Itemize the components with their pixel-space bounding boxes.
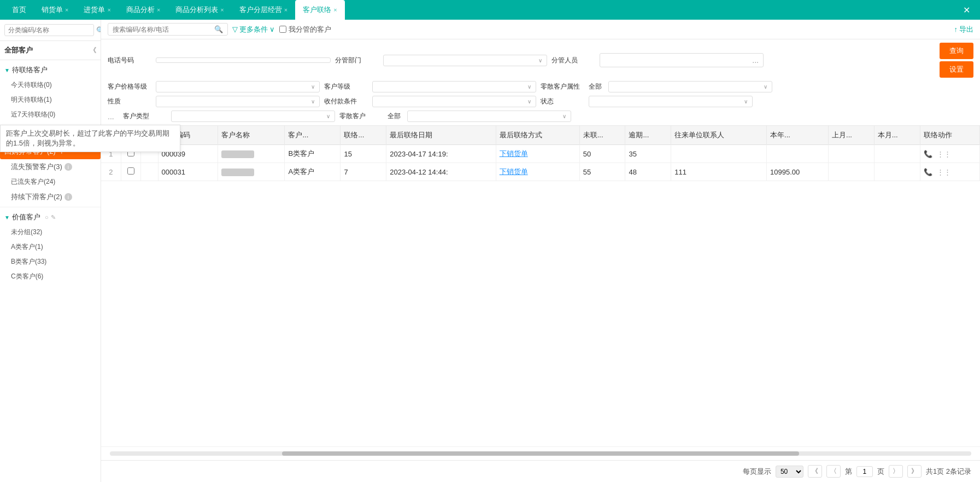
more-conditions-button[interactable]: ▽ 更多条件 ∨	[232, 25, 275, 34]
window-close-button[interactable]: ✕	[958, 5, 976, 15]
per-page-label: 每页显示	[743, 467, 771, 477]
search-icon[interactable]: 🔍	[96, 26, 101, 34]
filter-row-2: 客户价格等级 ∨ 客户等级 ∨ 零散客户属性 全部 ∨	[108, 81, 973, 92]
prev-page-button[interactable]: 〈	[826, 465, 841, 478]
sidebar-item-tomorrow[interactable]: 明天待联络(1)	[0, 92, 101, 107]
horizontal-scrollbar[interactable]	[101, 446, 980, 460]
action-buttons: 查询 设置	[940, 43, 973, 78]
nav-home[interactable]: 首页	[4, 0, 34, 20]
filter-search-box[interactable]: 🔍	[108, 23, 228, 36]
status-select[interactable]: ∨	[589, 96, 753, 107]
scroll-thumb	[282, 451, 799, 456]
nav-customer-contact[interactable]: 客户联络 ×	[295, 0, 344, 20]
row-action[interactable]: 📞 ⋮⋮	[920, 145, 979, 163]
filter-row-3: 性质 ∨ 收付款条件 ∨ 状态 ∨	[108, 96, 973, 107]
row-checkbox[interactable]	[127, 167, 134, 175]
phone-field[interactable]	[156, 57, 331, 63]
filter-search-input[interactable]	[113, 26, 212, 33]
customer-tier-select[interactable]: ∨	[372, 81, 536, 92]
col-type: 客户...	[285, 126, 341, 145]
close-icon[interactable]: ×	[284, 7, 287, 13]
col-last-method: 最后联络方式	[496, 126, 579, 145]
manager-select[interactable]: ...	[600, 53, 764, 67]
nature-select[interactable]: ∨	[156, 96, 320, 107]
filter-row-1: 电话号码 分管部门 ∨ 分管人员 ... 查询 设置	[108, 43, 973, 78]
col-this-month: 本月...	[874, 126, 920, 145]
contact-icon[interactable]: 📞	[924, 168, 932, 176]
sidebar-item-declining[interactable]: 持续下滑客户(2) i	[0, 189, 101, 205]
nav-customer-tier[interactable]: 客户分层经营 ×	[232, 0, 295, 20]
row-action[interactable]: 📞 ⋮⋮	[920, 163, 979, 181]
close-icon[interactable]: ×	[220, 7, 224, 13]
per-page-select[interactable]: 50 100	[776, 466, 803, 478]
close-icon[interactable]: ×	[107, 7, 110, 13]
nav-sales-order[interactable]: 销货单 ×	[34, 0, 76, 20]
nav-product-analysis-list[interactable]: 商品分析列表 ×	[168, 0, 231, 20]
row-checkbox-cell[interactable]	[121, 163, 140, 181]
scroll-track	[110, 451, 971, 456]
row-this-month	[874, 145, 920, 163]
info-icon: i	[64, 193, 72, 201]
query-button[interactable]: 查询	[940, 43, 973, 59]
chevron-down-icon: ∨	[311, 84, 315, 90]
sidebar-all-customers-header[interactable]: 全部客户 《	[0, 41, 101, 60]
first-page-button[interactable]: 《	[808, 465, 822, 478]
edit-icon[interactable]: ○	[45, 214, 49, 220]
sidebar-group-title-pending[interactable]: ▼ 待联络客户	[0, 62, 101, 78]
page-label: 第	[845, 467, 852, 477]
sidebar-item-churned[interactable]: 已流失客户(24)	[0, 175, 101, 189]
more-icon[interactable]: ⋮⋮	[937, 150, 951, 158]
dept-select[interactable]: ∨	[383, 55, 547, 66]
retail-customer-select[interactable]: ∨	[407, 111, 571, 122]
col-overdue: 逾期...	[625, 126, 671, 145]
close-icon[interactable]: ×	[157, 7, 160, 13]
close-icon[interactable]: ×	[65, 7, 68, 13]
row-type: B类客户	[285, 145, 341, 163]
filter-icon: ▽	[232, 25, 238, 33]
ellipsis-icon[interactable]: ...	[108, 112, 114, 121]
export-button[interactable]: ↑ 导出	[954, 25, 974, 34]
retail-attr-select[interactable]: ∨	[608, 81, 772, 92]
settings-small-icon[interactable]: ✎	[51, 214, 56, 221]
advanced-filter-panel: 电话号码 分管部门 ∨ 分管人员 ... 查询 设置	[101, 39, 980, 126]
price-tier-select[interactable]: ∨	[156, 81, 320, 92]
row-last-date: 2023-04-12 14:44:	[386, 163, 496, 181]
sidebar-item-b-class[interactable]: B类客户(33)	[0, 254, 101, 269]
table-row: 2 000031 A类客户 7 2023-04-12 14:44: 下销货单 5…	[101, 163, 980, 181]
payment-condition-select[interactable]: ∨	[372, 96, 536, 107]
sidebar-item-today[interactable]: 今天待联络(0)	[0, 78, 101, 92]
last-page-button[interactable]: 》	[907, 465, 922, 478]
row-contact-count: 15	[341, 145, 386, 163]
nav-purchase-order[interactable]: 进货单 ×	[76, 0, 118, 20]
settings-button[interactable]: 设置	[940, 61, 973, 78]
sidebar-item-c-class[interactable]: C类客户(6)	[0, 269, 101, 284]
sidebar-item-a-class[interactable]: A类客户(1)	[0, 240, 101, 254]
contact-icon[interactable]: 📞	[924, 150, 932, 158]
search-icon[interactable]: 🔍	[214, 25, 223, 33]
chevron-down-icon: ∨	[527, 84, 531, 90]
sidebar-item-churn-warning[interactable]: 流失预警客户(3) i	[0, 159, 101, 175]
sidebar-group-title-value-customers[interactable]: ▼ 价值客户 ○ ✎	[0, 210, 101, 225]
sidebar-item-ungrouped[interactable]: 未分组(32)	[0, 225, 101, 240]
chevron-down-icon: ∨	[764, 84, 767, 90]
sidebar-item-7days[interactable]: 近7天待联络(0)	[0, 107, 101, 122]
table-header-row: ⚙ 客户编码 客户名称 客户... 联络... 最后联络日期 最后联络方式 未联…	[101, 126, 980, 145]
row-uncontacted: 55	[579, 163, 625, 181]
more-icon[interactable]: ⋮⋮	[937, 168, 951, 176]
page-input[interactable]	[856, 466, 873, 477]
close-icon[interactable]: ×	[333, 7, 337, 13]
row-contact-count: 7	[341, 163, 386, 181]
customer-type-select[interactable]: ∨	[171, 111, 335, 122]
my-customer-check[interactable]	[279, 26, 286, 33]
col-contact-person: 往来单位联系人	[671, 126, 767, 145]
info-icon: i	[64, 163, 72, 171]
filter-bar: 🔍 ▽ 更多条件 ∨ 我分管的客户 ↑ 导出	[101, 20, 980, 39]
collapse-icon[interactable]: 《	[90, 46, 96, 55]
nav-product-analysis[interactable]: 商品分析 ×	[119, 0, 168, 20]
sidebar-search-input[interactable]	[4, 24, 94, 36]
next-page-button[interactable]: 〉	[889, 465, 903, 478]
export-icon: ↑	[954, 25, 958, 33]
row-last-date: 2023-04-17 14:19:	[386, 145, 496, 163]
tooltip-box: 距客户上次交易时长，超过了此客户的平均交易周期的1.5倍，则视为异常。	[0, 125, 101, 152]
my-customer-checkbox[interactable]: 我分管的客户	[279, 25, 331, 34]
